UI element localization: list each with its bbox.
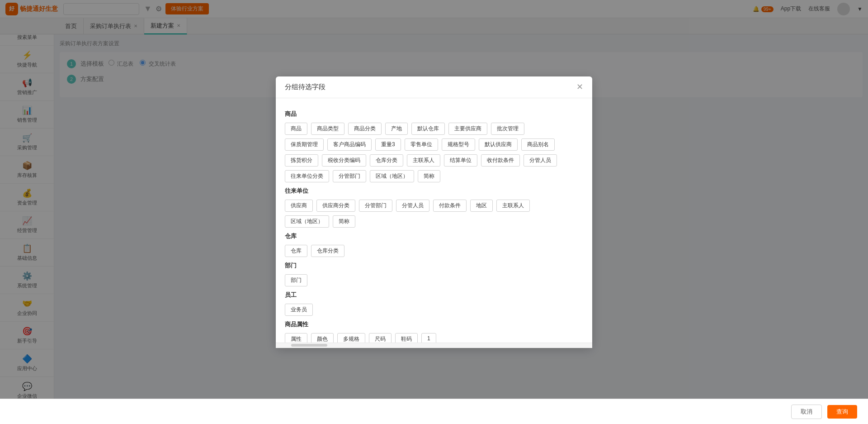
modal-footer: 取消 查询 [0,399,868,424]
field-tag[interactable]: 主要供应商 [448,123,487,135]
field-tag[interactable]: 区域（地区） [285,215,329,228]
section-title-warehouse: 仓库 [285,232,583,240]
field-grid-product-attr: 属性 颜色 多规格 尺码 鞋码 1 [285,333,583,343]
field-tag[interactable]: 业务员 [285,304,313,316]
field-grid-counterpart2: 区域（地区） 简称 [285,215,583,228]
confirm-button[interactable]: 查询 [827,405,857,419]
field-tag[interactable]: 仓库分类 [370,154,403,167]
field-tag[interactable]: 供应商 [285,200,313,212]
field-tag[interactable]: 多规格 [337,333,365,343]
field-tag[interactable]: 简称 [418,170,440,182]
field-tag[interactable]: 部门 [285,274,307,286]
section-title-department: 部门 [285,262,583,270]
field-tag[interactable]: 分管人员 [524,154,557,167]
modal-close-button[interactable]: ✕ [576,82,583,92]
modal-horizontal-scrollbar[interactable] [276,343,592,348]
field-grid-warehouse: 仓库 仓库分类 [285,245,583,257]
field-tag[interactable]: 区域（地区） [370,170,414,182]
field-tag[interactable]: 鞋码 [395,333,418,343]
field-tag[interactable]: 收付款条件 [481,154,520,167]
field-tag[interactable]: 商品类型 [311,123,344,135]
field-grid-department: 部门 [285,274,583,286]
field-tag[interactable]: 地区 [470,200,493,212]
field-tag[interactable]: 规格型号 [442,138,475,151]
field-tag[interactable]: 结算单位 [444,154,477,167]
field-tag[interactable]: 商品分类 [348,123,382,135]
cancel-button[interactable]: 取消 [791,405,822,419]
field-grid-product3: 拣货积分 税收分类编码 仓库分类 主联系人 结算单位 收付款条件 分管人员 [285,154,583,167]
field-grid-product4: 往来单位分类 分管部门 区域（地区） 简称 [285,170,583,182]
field-tag[interactable]: 尺码 [369,333,392,343]
field-grid-counterpart: 供应商 供应商分类 分管部门 分管人员 付款条件 地区 主联系人 [285,200,583,212]
modal-overlay: 分组待选字段 ✕ 商品 商品 商品类型 商品分类 产地 默认仓库 主要供应商 批… [0,0,868,424]
field-tag[interactable]: 保质期管理 [285,138,324,151]
modal-header: 分组待选字段 ✕ [276,76,592,98]
modal-title: 分组待选字段 [285,83,326,91]
field-grid-product: 商品 商品类型 商品分类 产地 默认仓库 主要供应商 批次管理 [285,123,583,135]
field-tag[interactable]: 税收分类编码 [322,154,366,167]
field-tag[interactable]: 分管部门 [359,200,392,212]
field-tag[interactable]: 默认供应商 [479,138,518,151]
field-tag[interactable]: 主联系人 [496,200,530,212]
section-title-counterpart: 往来单位 [285,187,583,195]
field-tag[interactable]: 仓库分类 [311,245,344,257]
field-tag[interactable]: 属性 [285,333,307,343]
section-title-employee: 员工 [285,291,583,299]
field-tag[interactable]: 往来单位分类 [285,170,329,182]
field-tag[interactable]: 主联系人 [407,154,440,167]
modal-body[interactable]: 商品 商品 商品类型 商品分类 产地 默认仓库 主要供应商 批次管理 保质期管理… [276,98,592,343]
field-tag[interactable]: 批次管理 [491,123,524,135]
field-tag[interactable]: 重量3 [375,138,401,151]
field-tag[interactable]: 付款条件 [433,200,467,212]
field-tag[interactable]: 分管人员 [396,200,429,212]
section-title-product: 商品 [285,110,583,118]
field-tag[interactable]: 零售单位 [405,138,438,151]
field-grid-product2: 保质期管理 客户商品编码 重量3 零售单位 规格型号 默认供应商 商品别名 [285,138,583,151]
field-tag[interactable]: 客户商品编码 [327,138,372,151]
field-tag[interactable]: 颜色 [311,333,334,343]
field-tag[interactable]: 商品别名 [521,138,555,151]
field-tag[interactable]: 分管部门 [333,170,366,182]
field-tag[interactable]: 仓库 [285,245,307,257]
field-grid-employee: 业务员 [285,304,583,316]
field-tag[interactable]: 1 [421,333,436,343]
section-title-product-attr: 商品属性 [285,320,583,329]
field-tag[interactable]: 默认仓库 [411,123,445,135]
field-tag[interactable]: 简称 [333,215,355,228]
field-tag[interactable]: 供应商分类 [316,200,355,212]
field-tag[interactable]: 商品 [285,123,307,135]
field-tag[interactable]: 产地 [385,123,408,135]
modal: 分组待选字段 ✕ 商品 商品 商品类型 商品分类 产地 默认仓库 主要供应商 批… [276,76,592,348]
hscroll-thumb[interactable] [291,344,327,347]
field-tag[interactable]: 拣货积分 [285,154,318,167]
